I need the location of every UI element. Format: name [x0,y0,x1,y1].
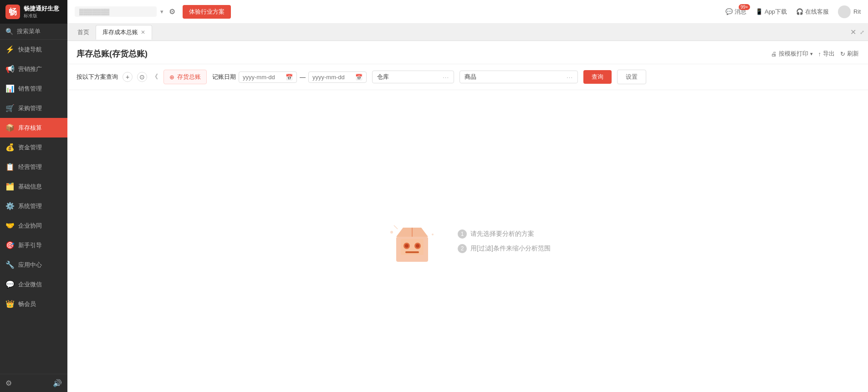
operation-label: 经营管理 [18,163,42,171]
query-btn[interactable]: 查询 [583,70,612,84]
scheme-icon: ⊕ [169,74,174,81]
sidebar-item-operation[interactable]: 📋 经营管理 [0,157,67,177]
wechat-icon: 💬 [5,280,14,289]
svg-point-6 [416,244,419,248]
quick-nav-icon: ⚡ [5,45,14,54]
sidebar-item-purchase[interactable]: 🛒 采购管理 [0,98,67,118]
step-1-circle: 1 [458,229,467,239]
logo-sub: 标准版 [24,13,59,19]
sidebar-item-inventory[interactable]: 📦 库存核算 [0,118,67,137]
main-area: ▓▓▓▓▓▓▓ ▾ ⚙ 体验行业方案 💬 消息 99+ 📱 App下载 🎧 在线… [67,0,868,392]
topbar-dropdown-arrow[interactable]: ▾ [160,8,163,15]
filter-del-btn[interactable]: ⊙ [137,72,147,82]
member-label: 畅会员 [18,300,36,308]
tab-inventory-cost[interactable]: 库存成本总账 ✕ [96,25,152,40]
topbar-settings-icon[interactable]: ⚙ [169,7,175,16]
app-download-label: App下载 [765,8,787,16]
date-end-field[interactable] [312,74,353,81]
topbar-search-input[interactable]: ▓▓▓▓▓▓▓ [75,6,157,17]
sidebar-item-sales[interactable]: 📊 销售管理 [0,79,67,98]
user-avatar [838,5,851,18]
refresh-btn[interactable]: ↻ 刷新 [840,50,859,58]
online-service-btn[interactable]: 🎧 在线客服 [796,8,829,16]
print-icon: 🖨 [771,51,777,57]
refresh-label: 刷新 [847,50,859,58]
close-panel-btn[interactable]: ✕ [850,28,856,36]
sidebar-item-wechat[interactable]: 💬 企业微信 [0,275,67,294]
sales-icon: 📊 [5,84,14,93]
settings-filter-btn[interactable]: 设置 [617,70,646,84]
system-icon: ⚙️ [5,202,14,210]
date-start-field[interactable] [243,74,284,81]
empty-svg [385,214,439,269]
sidebar-item-marketing[interactable]: 📢 营销推广 [0,59,67,79]
app-center-label: 应用中心 [18,261,42,269]
product-label: 商品 [465,73,476,81]
warehouse-more-icon[interactable]: ··· [443,74,449,81]
svg-rect-7 [405,251,419,253]
settings-bottom-icon[interactable]: ⚙ [5,379,12,387]
calendar-start-icon[interactable]: 📅 [286,74,293,81]
product-more-icon[interactable]: ··· [567,74,573,81]
user-profile[interactable]: Rit [838,5,861,18]
tab-close-icon[interactable]: ✕ [141,29,145,36]
date-range-separator: — [300,74,306,81]
date-label: 记账日期 [212,73,236,81]
search-icon: 🔍 [5,28,13,35]
wechat-label: 企业微信 [18,280,42,289]
export-btn[interactable]: ↑ 导出 [818,50,835,58]
svg-point-5 [405,244,408,248]
sidebar-item-quick-nav[interactable]: ⚡ 快捷导航 [0,40,67,59]
audio-bottom-icon[interactable]: 🔊 [53,379,62,387]
calendar-end-icon[interactable]: 📅 [355,74,363,81]
sidebar-item-member[interactable]: 👑 畅会员 [0,294,67,314]
sidebar-item-system[interactable]: ⚙️ 系统管理 [0,196,67,216]
scheme-label: 存货总账 [177,73,201,81]
inventory-label: 库存核算 [18,124,42,132]
content-area: 库存总账(存货总账) 🖨 按模板打印 ▾ ↑ 导出 ↻ 刷新 [67,41,868,392]
date-start-input[interactable]: 📅 [239,71,297,83]
sidebar-bottom: ⚙ 🔊 [0,374,67,392]
export-label: 导出 [823,50,835,58]
sidebar-item-app-center[interactable]: 🔧 应用中心 [0,255,67,275]
sidebar-item-enterprise[interactable]: 🤝 企业协同 [0,216,67,235]
filter-scheme[interactable]: ⊕ 存货总账 [163,70,207,84]
topbar-right: 💬 消息 99+ 📱 App下载 🎧 在线客服 Rit [725,5,861,18]
sidebar-item-newbie[interactable]: 🎯 新手引导 [0,235,67,255]
svg-line-10 [394,225,398,229]
enterprise-label: 企业协同 [18,222,42,230]
empty-illustration [385,214,439,269]
purchase-icon: 🛒 [5,104,14,112]
date-filter: 记账日期 📅 — 📅 [212,71,367,83]
message-btn[interactable]: 💬 消息 99+ [725,8,746,16]
export-icon: ↑ [818,51,822,57]
sidebar-item-basic[interactable]: 🗂️ 基础信息 [0,177,67,196]
warehouse-filter[interactable]: 仓库 ··· [372,71,454,83]
filter-section-label: 按以下方案查询 [77,73,118,81]
warehouse-label: 仓库 [377,73,389,81]
print-dropdown-icon[interactable]: ▾ [810,51,813,57]
expand-btn[interactable]: ⤢ [860,29,864,36]
app-download-btn[interactable]: 📱 App下载 [756,8,787,16]
sales-label: 销售管理 [18,85,42,93]
topbar: ▓▓▓▓▓▓▓ ▾ ⚙ 体验行业方案 💬 消息 99+ 📱 App下载 🎧 在线… [67,0,868,24]
industry-btn[interactable]: 体验行业方案 [183,5,231,19]
sidebar-item-finance[interactable]: 💰 资金管理 [0,137,67,157]
sidebar-nav: ⚡ 快捷导航 📢 营销推广 📊 销售管理 🛒 采购管理 📦 库存核算 💰 资金管… [0,40,67,374]
filter-collapse-btn[interactable]: 《 [152,73,158,81]
print-btn[interactable]: 🖨 按模板打印 ▾ [771,50,813,58]
filter-section-left: 按以下方案查询 + ⊙ 《 [77,72,158,82]
logo-text: 畅捷通好生意 标准版 [24,5,59,19]
tab-home-label: 首页 [77,28,89,36]
finance-icon: 💰 [5,143,14,152]
search-menu-item[interactable]: 🔍 搜索菜单 [0,24,67,40]
marketing-icon: 📢 [5,65,14,73]
empty-text: 1 请先选择要分析的方案 2 用[过滤]条件来缩小分析范围 [458,229,551,253]
app-center-icon: 🔧 [5,260,14,269]
product-filter[interactable]: 商品 ··· [460,71,578,83]
inventory-icon: 📦 [5,123,14,132]
page-header: 库存总账(存货总账) 🖨 按模板打印 ▾ ↑ 导出 ↻ 刷新 [67,41,868,64]
date-end-input[interactable]: 📅 [308,71,367,83]
filter-add-btn[interactable]: + [123,72,133,82]
tab-home[interactable]: 首页 [71,25,96,39]
